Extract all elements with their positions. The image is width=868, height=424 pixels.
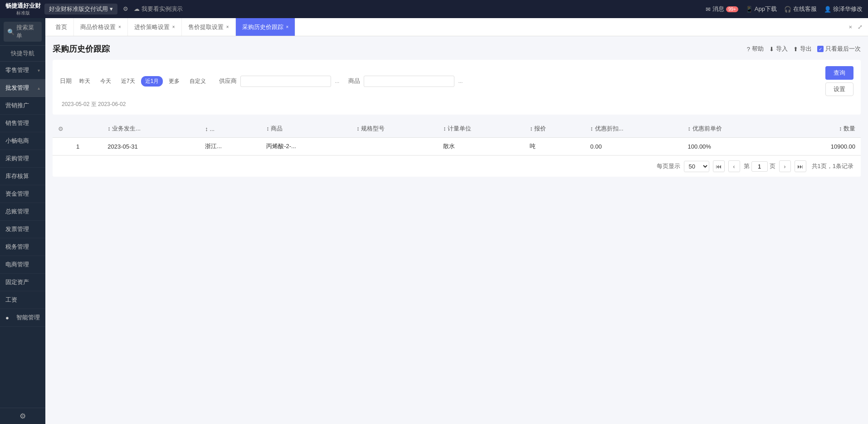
column-settings-icon[interactable]: ⚙ <box>58 125 63 132</box>
sidebar-item-intelligence[interactable]: ● 智能管理 <box>0 309 45 327</box>
sidebar-item-sales[interactable]: 销售管理 <box>0 115 45 132</box>
help-button[interactable]: ? 帮助 <box>747 45 764 53</box>
import-icon: ⬇ <box>769 46 774 53</box>
message-icon: ✉ <box>706 6 711 13</box>
col-settings[interactable]: ⚙ <box>53 120 71 138</box>
table-header-row: ⚙ ↕ 业务发生... ↕ ... ↕ 商品 <box>53 120 861 138</box>
sidebar-item-ecommerce[interactable]: 电商管理 <box>0 256 45 274</box>
close-all-tabs-button[interactable]: × <box>847 22 854 32</box>
import-button[interactable]: ⬇ 导入 <box>769 45 788 53</box>
close-icon[interactable]: × <box>118 24 121 29</box>
settings-icon[interactable]: ⚙ <box>121 4 130 14</box>
sidebar-item-intelligence-label: 智能管理 <box>16 313 40 322</box>
first-page-button[interactable]: ⏮ <box>713 160 725 172</box>
online-support-label: 在线客服 <box>793 5 817 13</box>
sidebar-item-tax[interactable]: 税务管理 <box>0 238 45 256</box>
sidebar-item-marketing[interactable]: 营销推广 <box>0 97 45 115</box>
sidebar-item-finance-label: 资金管理 <box>5 190 29 198</box>
cell-discount: 100.00% <box>683 138 782 155</box>
settings-row-button[interactable]: 设置 <box>825 82 853 96</box>
messages-badge: 99+ <box>726 6 738 12</box>
edition-selector[interactable]: 好业财标准版交付试用 ▾ <box>44 4 117 14</box>
date-btn-today[interactable]: 今天 <box>96 76 115 87</box>
supplier-label: 供应商 <box>219 77 237 85</box>
col-goods[interactable]: ↕ 商品 <box>261 120 351 138</box>
col-spec[interactable]: ↕ 规格型号 <box>351 120 438 138</box>
close-icon[interactable]: × <box>226 24 229 29</box>
goods-dots[interactable]: ... <box>458 78 463 84</box>
col-pre-discount-price[interactable]: ↕ 优惠前单价 <box>683 120 782 138</box>
col-quote[interactable]: ↕ 报价 <box>524 120 585 138</box>
sidebar-item-purchase[interactable]: 采购管理 <box>0 150 45 168</box>
avatar-icon: 👤 <box>824 6 831 13</box>
tab-home[interactable]: 首页 <box>49 18 74 36</box>
date-btn-yesterday[interactable]: 昨天 <box>75 76 94 87</box>
cell-index: 1 <box>71 138 102 155</box>
next-page-button[interactable]: › <box>779 160 791 172</box>
sidebar-item-assets-label: 固定资产 <box>5 278 29 286</box>
sidebar-settings-icon[interactable]: ⚙ <box>20 412 26 420</box>
app-download-button[interactable]: 📱 App下载 <box>746 5 777 13</box>
demo-button[interactable]: ☁ 我要看实例演示 <box>134 5 183 13</box>
date-btn-more[interactable]: 更多 <box>165 76 184 87</box>
page-number-input[interactable] <box>751 161 768 172</box>
cell-price-unit: 吨 <box>524 138 585 155</box>
cell-spec <box>351 138 438 155</box>
edition-selector-label: 好业财标准版交付试用 <box>49 5 108 13</box>
tab-purchase-strategy[interactable]: 进价策略设置 × <box>128 18 182 36</box>
col-quantity[interactable]: ↕ 数量 <box>782 120 861 138</box>
top-header: 畅捷通好业财 标准版 好业财标准版交付试用 ▾ ⚙ ☁ 我要看实例演示 ✉ 消息… <box>0 0 868 18</box>
online-support-button[interactable]: 🎧 在线客服 <box>784 5 817 13</box>
export-button[interactable]: ⬆ 导出 <box>793 45 812 53</box>
messages-button[interactable]: ✉ 消息 99+ <box>706 5 738 13</box>
col-dots[interactable]: ↕ ... <box>200 120 261 138</box>
sidebar-item-quick-nav[interactable]: 快捷导航 <box>0 46 45 62</box>
supplier-input[interactable] <box>240 76 331 87</box>
cell-gear <box>53 138 71 155</box>
user-menu-button[interactable]: 👤 徐泽华修改 <box>824 5 863 13</box>
close-icon[interactable]: × <box>172 24 175 29</box>
sidebar-item-wholesale-label: 批发管理 <box>5 84 29 92</box>
last-only-label: 只看最后一次 <box>825 45 861 53</box>
user-name: 徐泽华修改 <box>833 5 863 13</box>
supplier-dots[interactable]: ... <box>335 78 339 84</box>
query-button[interactable]: 查询 <box>825 66 853 80</box>
date-btn-custom[interactable]: 自定义 <box>185 76 210 87</box>
sidebar-item-invoice[interactable]: 发票管理 <box>0 221 45 238</box>
per-page-label: 每页显示 <box>657 162 680 170</box>
sidebar-item-retail[interactable]: 零售管理 ▾ <box>0 62 45 79</box>
date-btn-1month[interactable]: 近1月 <box>141 76 163 87</box>
cell-date: 2023-05-31 <box>102 138 200 155</box>
chevron-icon: ▾ <box>38 68 40 73</box>
date-btn-7days[interactable]: 近7天 <box>117 76 139 87</box>
sidebar-item-payroll-label: 工资 <box>5 296 17 304</box>
tab-purchase-history[interactable]: 采购历史价跟踪 × <box>236 18 296 36</box>
col-discount[interactable]: ↕ 优惠折扣... <box>585 120 683 138</box>
last-page-button[interactable]: ⏭ <box>795 160 806 172</box>
close-icon[interactable]: × <box>286 24 289 29</box>
last-only-checkbox[interactable]: ✓ 只看最后一次 <box>817 45 861 53</box>
prev-page-button[interactable]: ‹ <box>728 160 740 172</box>
sidebar-item-payroll[interactable]: 工资 <box>0 291 45 309</box>
filter-panel: 日期 昨天 今天 近7天 近1月 更多 自定义 供应商 ... <box>53 60 861 115</box>
tab-sale-extract[interactable]: 售价提取设置 × <box>182 18 236 36</box>
search-menu-button[interactable]: 🔍 搜索菜单 <box>4 22 42 42</box>
tab-purchase-strategy-label: 进价策略设置 <box>134 23 170 31</box>
sidebar-item-ecommerce-small[interactable]: 小畅电商 <box>0 132 45 150</box>
cell-quote: 0.00 <box>585 138 683 155</box>
sidebar-item-inventory[interactable]: 库存核算 <box>0 168 45 185</box>
col-unit[interactable]: ↕ 计量单位 <box>438 120 524 138</box>
sidebar-item-wholesale[interactable]: 批发管理 ▴ <box>0 79 45 97</box>
sidebar-item-assets[interactable]: 固定资产 <box>0 274 45 291</box>
help-label: 帮助 <box>752 45 764 53</box>
date-range-display: 2023-05-02 至 2023-06-02 <box>62 101 126 108</box>
goods-input[interactable] <box>364 76 454 87</box>
sidebar-search-area[interactable]: 🔍 搜索菜单 <box>0 18 45 46</box>
per-page-select[interactable]: 50 100 200 <box>684 161 709 172</box>
table-row: 1 2023-05-31 浙江... 丙烯酸-2-... 散水 吨 0.00 1… <box>53 138 861 155</box>
tab-price-settings[interactable]: 商品价格设置 × <box>74 18 128 36</box>
col-date[interactable]: ↕ 业务发生... <box>102 120 200 138</box>
expand-icon[interactable]: ⤢ <box>856 22 864 32</box>
sidebar-item-ledger[interactable]: 总账管理 <box>0 203 45 221</box>
sidebar-item-finance[interactable]: 资金管理 <box>0 185 45 203</box>
